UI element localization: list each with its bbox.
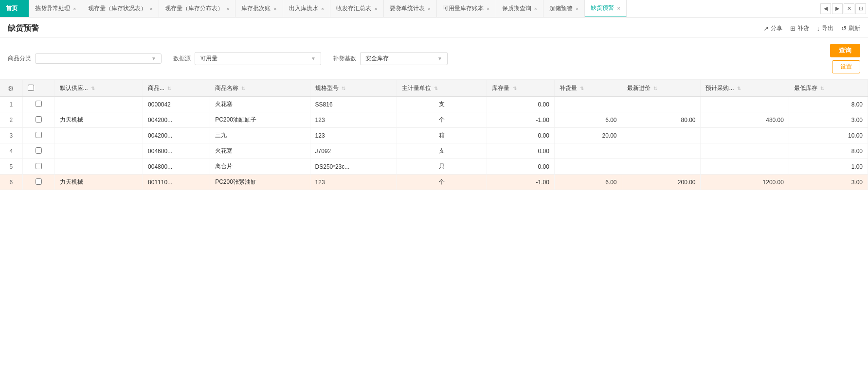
query-button[interactable]: 查询 [830,44,860,57]
th-estimated-purchase[interactable]: 预计采购... ⇅ [701,80,789,97]
row-checkbox-6[interactable] [22,175,54,190]
refresh-button[interactable]: ↺ 刷新 [841,24,860,33]
restock-icon: ⊞ [790,25,796,32]
row-restock-qty-4 [554,143,622,159]
tab-inventory-status-label: 现存量（库存状况表） [88,4,146,13]
tab-overstock[interactable]: 超储预警 × [543,0,585,18]
tab-inventory-dist-close[interactable]: × [226,6,229,12]
row-min-stock-2: 3.00 [789,112,868,128]
tab-batch-account-close[interactable]: × [273,6,276,12]
tab-overstock-close[interactable]: × [576,6,579,12]
row-min-stock-5: 1.00 [789,159,868,175]
share-label: 分享 [771,24,782,33]
row-product-code-4: 004600... [143,143,210,159]
th-spec[interactable]: 规格型号 ⇅ [310,80,397,97]
category-label: 商品分类 [8,54,31,63]
tab-order-stats[interactable]: 要货单统计表 × [384,0,437,18]
datasource-dropdown-arrow: ▼ [311,56,316,61]
share-button[interactable]: ↗ 分享 [763,24,782,33]
row-checkbox-5[interactable] [22,159,54,175]
tab-collection-summary-close[interactable]: × [374,6,377,12]
tab-collection-summary[interactable]: 收发存汇总表 × [330,0,383,18]
row-latest-price-4 [622,143,701,159]
tab-nav-expand[interactable]: ⊡ [855,3,866,14]
row-check-2[interactable] [36,116,42,123]
row-num-3: 3 [0,128,22,143]
tab-nav-prev[interactable]: ◀ [820,3,831,14]
tab-expiry-query-label: 保质期查询 [502,4,531,13]
row-checkbox-4[interactable] [22,143,54,159]
row-check-3[interactable] [36,132,42,138]
header-actions: ↗ 分享 ⊞ 补货 ↓ 导出 ↺ 刷新 [763,24,861,33]
tab-shortage[interactable]: 缺货预警 × [585,0,626,18]
settings-button[interactable]: 设置 [832,60,860,73]
row-checkbox-2[interactable] [22,112,54,128]
gear-icon[interactable]: ⚙ [8,85,14,92]
tab-bar: 首页 拣货异常处理 × 现存量（库存状况表） × 现存量（库存分布表） × 库存… [0,0,868,18]
row-checkbox-1[interactable] [22,97,54,112]
th-min-stock-label: 最低库存 [794,85,817,91]
restock-button[interactable]: ⊞ 补货 [790,24,809,33]
tab-inventory-dist[interactable]: 现存量（库存分布表） × [159,0,235,18]
page-content: 缺货预警 ↗ 分享 ⊞ 补货 ↓ 导出 ↺ 刷新 商品分类 [0,18,868,387]
tab-exception[interactable]: 拣货异常处理 × [29,0,82,18]
tab-inout-flow-close[interactable]: × [321,6,324,12]
tab-expiry-query[interactable]: 保质期查询 × [496,0,543,18]
tab-order-stats-label: 要货单统计表 [390,4,425,13]
row-spec-2: 123 [310,112,397,128]
tab-available-ledger[interactable]: 可用量库存账本 × [437,0,496,18]
th-stock-qty[interactable]: 库存量 ⇅ [487,80,555,97]
row-latest-price-3 [622,128,701,143]
select-all-checkbox[interactable] [28,85,34,91]
tab-inventory-status-close[interactable]: × [149,6,152,12]
restock-base-dropdown-arrow: ▼ [437,56,442,61]
share-icon: ↗ [763,25,769,32]
th-product-code[interactable]: 商品... ⇅ [143,80,210,97]
th-restock-qty[interactable]: 补货量 ⇅ [554,80,622,97]
th-product-code-label: 商品... [148,85,164,91]
th-settings[interactable]: ⚙ [0,80,22,97]
row-stock-qty-4: 0.00 [487,143,555,159]
th-restock-qty-label: 补货量 [560,85,577,91]
row-supplier-1 [54,97,143,112]
restock-base-select[interactable]: 安全库存 ▼ [360,52,448,65]
row-product-name-3: 三九 [210,128,310,143]
row-stock-qty-5: 0.00 [487,159,555,175]
export-button[interactable]: ↓ 导出 [817,24,834,33]
table-row: 6 力天机械 801110... PC200张紧油缸 123 个 -1.00 6… [0,175,868,190]
th-default-supplier-label: 默认供应... [60,85,88,91]
row-check-1[interactable] [36,101,42,107]
data-table: ⚙ 默认供应... ⇅ 商品... ⇅ 商品名称 ⇅ [0,80,868,190]
tab-inout-flow[interactable]: 出入库流水 × [283,0,330,18]
th-unit[interactable]: 主计量单位 ⇅ [397,80,487,97]
tab-order-stats-close[interactable]: × [428,6,431,12]
datasource-select[interactable]: 可用量 ▼ [195,52,321,65]
tab-home[interactable]: 首页 [0,0,29,18]
row-restock-qty-5 [554,159,622,175]
tab-nav-close-current[interactable]: ✕ [844,3,854,14]
row-stock-qty-2: -1.00 [487,112,555,128]
row-check-5[interactable] [36,163,42,169]
row-unit-6: 个 [397,175,487,190]
tab-available-ledger-close[interactable]: × [487,6,489,12]
tab-inventory-status[interactable]: 现存量（库存状况表） × [82,0,159,18]
row-num-1: 1 [0,97,22,112]
row-product-code-6: 801110... [143,175,210,190]
th-min-stock[interactable]: 最低库存 ⇅ [789,80,868,97]
row-check-4[interactable] [36,147,42,154]
th-product-name[interactable]: 商品名称 ⇅ [210,80,310,97]
tab-nav-next[interactable]: ▶ [832,3,843,14]
row-product-name-4: 火花塞 [210,143,310,159]
th-checkbox[interactable] [22,80,54,97]
row-checkbox-3[interactable] [22,128,54,143]
category-select[interactable]: ▼ [35,53,162,64]
tab-batch-account[interactable]: 库存批次账 × [235,0,283,18]
row-product-code-5: 004800... [143,159,210,175]
tab-expiry-query-close[interactable]: × [534,6,537,12]
tab-shortage-close[interactable]: × [617,5,620,11]
tab-collection-summary-label: 收发存汇总表 [336,4,371,13]
th-default-supplier[interactable]: 默认供应... ⇅ [54,80,143,97]
row-check-6[interactable] [36,178,42,185]
tab-exception-close[interactable]: × [73,6,76,12]
th-latest-price[interactable]: 最新进价 ⇅ [622,80,701,97]
